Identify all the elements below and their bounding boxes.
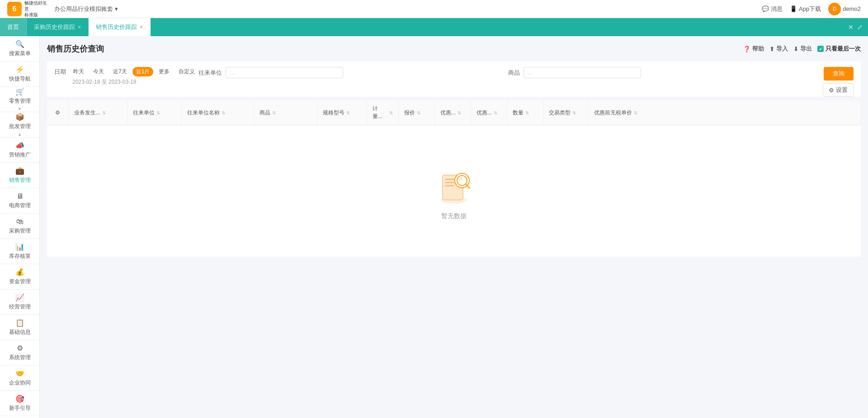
table-col-unit-code[interactable]: 往来单位 ⇅ [127,100,182,125]
chevron-down-icon: ▾ [19,106,21,111]
date-btn-more[interactable]: 更多 [155,67,173,76]
date-btn-today[interactable]: 今天 [90,67,108,76]
inventory-icon: 📊 [15,242,24,251]
table-header: ⚙ 业务发生... ⇅ 往来单位 ⇅ 往来单位名称 ⇅ [47,100,861,125]
sidebar-item-wholesale[interactable]: 📦 批发管理 ▴ [0,112,39,138]
unit-filter-group: 往来单位 ... [198,67,508,78]
tab-close-sales[interactable]: × [140,24,143,30]
table-col-qty[interactable]: 数量 ⇅ [507,100,543,125]
sidebar-item-operation[interactable]: 📈 经营管理 [0,290,39,315]
date-label: 日期 [54,68,66,76]
goods-filter-group: 商品 ... [508,67,817,78]
sidebar-item-basic-info[interactable]: 📋 基础信息 [0,315,39,340]
date-btn-yesterday[interactable]: 昨天 [70,67,88,76]
date-options: 昨天 今天 近7天 近1月 更多 自定义 [70,67,198,76]
sidebar-item-newbie[interactable]: 🎯 新手引导 [0,391,39,416]
table-col-trade[interactable]: 交易类型 ⇅ [543,100,589,125]
table-col-price[interactable]: 报价 ⇅ [399,100,435,125]
sidebar-item-cooperation[interactable]: 🤝 企业协同 [0,366,39,391]
close-window-icon[interactable]: ✕ [848,24,854,31]
settings-button[interactable]: ⚙ 设置 [823,83,854,97]
ecommerce-icon: 🖥 [16,192,24,200]
sort-icon: ⇅ [525,110,529,115]
help-icon: ❓ [743,46,750,52]
tab-home[interactable]: 首页 [0,18,27,36]
tab-purchase-history[interactable]: 采购历史价跟踪 × [27,18,89,36]
sort-icon: ⇅ [272,110,276,115]
top-bar: 6 畅捷信好生意 标准版 办公用品行业模拟账套 ▾ 💬 消息 📱 App下载 D… [0,0,868,18]
sort-icon: ⇅ [634,110,637,115]
svg-point-8 [459,177,462,181]
purchase-icon: 🛍 [16,218,24,226]
retail-icon: 🛒 [15,87,24,96]
unit-input-dots: ... [230,69,235,76]
sort-icon: ⇅ [494,110,497,115]
message-button[interactable]: 💬 消息 [762,5,783,13]
table-container: ⚙ 业务发生... ⇅ 往来单位 ⇅ 往来单位名称 ⇅ [47,100,861,256]
finance-icon: 💰 [15,268,24,276]
import-button[interactable]: ⬆ 导入 [769,45,788,53]
date-btn-last7[interactable]: 近7天 [109,67,131,76]
sort-icon: ⇅ [572,110,576,115]
sidebar-item-shortcut[interactable]: ⚡ 快捷导航 [0,62,39,87]
tab-close-purchase[interactable]: × [78,24,81,30]
operation-icon: 📈 [15,293,24,302]
sidebar-item-marketing[interactable]: 📣 营销推广 [0,138,39,163]
page-title: 销售历史价查询 [47,43,104,54]
filter-row: 日期 昨天 今天 近7天 近1月 更多 自定义 2023-02-18 至 202… [47,62,861,97]
query-button[interactable]: 查询 [824,67,854,81]
unit-label: 往来单位 [198,69,222,77]
tab-controls: ✕ ⤢ [843,24,868,31]
date-range-display: 2023-02-18 至 2023-03-18 [72,78,198,86]
cooperation-icon: 🤝 [15,369,24,378]
table-col-unit-measure[interactable]: 计量... ⇅ [367,100,399,125]
marketing-icon: 📣 [15,141,24,150]
export-button[interactable]: ⬇ 导出 [793,45,812,53]
table-col-discount1[interactable]: 优惠... ⇅ [435,100,471,125]
date-options-group: 日期 昨天 今天 近7天 近1月 更多 自定义 [54,67,198,76]
sidebar-item-search[interactable]: 🔍 搜索菜单 [0,36,39,62]
sidebar-item-ecommerce[interactable]: 🖥 电商管理 [0,188,39,214]
table-col-spec[interactable]: 规格型号 ⇅ [317,100,367,125]
sort-icon: ⇅ [156,110,160,115]
only-last-checkbox[interactable]: ✓ 只看最后一次 [817,45,861,53]
table-col-notax[interactable]: 优惠前无税单价 ⇅ [589,100,861,125]
maximize-icon[interactable]: ⤢ [857,24,863,31]
svg-rect-3 [445,182,456,183]
empty-state: 暂无数据 [47,125,861,256]
shortcut-icon: ⚡ [15,65,24,74]
help-button[interactable]: ❓ 帮助 [743,45,764,53]
sort-icon: ⇅ [389,110,393,115]
export-icon: ⬇ [793,46,798,52]
tab-sales-history[interactable]: 销售历史价跟踪 × [89,18,151,36]
page-content: 销售历史价查询 ❓ 帮助 ⬆ 导入 ⬇ 导出 ✓ [40,36,868,418]
app-selector[interactable]: 办公用品行业模拟账套 ▾ [51,3,122,15]
table-col-goods[interactable]: 商品 ⇅ [254,100,317,125]
system-icon: ⚙ [17,344,23,352]
sales-icon: 💼 [15,166,24,175]
sidebar-item-finance[interactable]: 💰 资金管理 [0,264,39,290]
date-btn-last1m[interactable]: 近1月 [132,67,154,76]
sidebar-item-sales-mgmt[interactable]: 💼 销售管理 [0,163,39,188]
sidebar-item-system[interactable]: ⚙ 系统管理 [0,340,39,366]
newbie-icon: 🎯 [15,394,24,403]
table-col-date[interactable]: 业务发生... ⇅ [69,100,127,125]
content-area: 销售历史价查询 ❓ 帮助 ⬆ 导入 ⬇ 导出 ✓ [40,36,868,418]
import-icon: ⬆ [769,46,774,52]
main-layout: 🔍 搜索菜单 ⚡ 快捷导航 🛒 零售管理 ▾ 📦 批发管理 ▴ 📣 营销推广 💼… [0,36,868,418]
unit-input[interactable]: ... [226,67,343,78]
sidebar-item-retail[interactable]: 🛒 零售管理 ▾ [0,87,39,112]
user-avatar-button[interactable]: D demo2 [828,3,861,15]
sidebar: 🔍 搜索菜单 ⚡ 快捷导航 🛒 零售管理 ▾ 📦 批发管理 ▴ 📣 营销推广 💼… [0,36,40,418]
date-btn-custom[interactable]: 自定义 [175,67,198,76]
sidebar-item-purchase[interactable]: 🛍 采购管理 [0,214,39,239]
table-col-discount2[interactable]: 优惠... ⇅ [471,100,507,125]
sidebar-item-inventory[interactable]: 📊 库存核算 [0,239,39,264]
avatar: D [828,3,841,15]
goods-input-dots: ... [528,69,533,76]
table-col-gear[interactable]: ⚙ [47,100,69,125]
table-col-unit-name[interactable]: 往来单位名称 ⇅ [182,100,254,125]
sidebar-item-app-center[interactable]: 📱 应用中心 [0,416,39,418]
app-download-button[interactable]: 📱 App下载 [790,5,821,13]
goods-input[interactable]: ... [524,67,641,78]
